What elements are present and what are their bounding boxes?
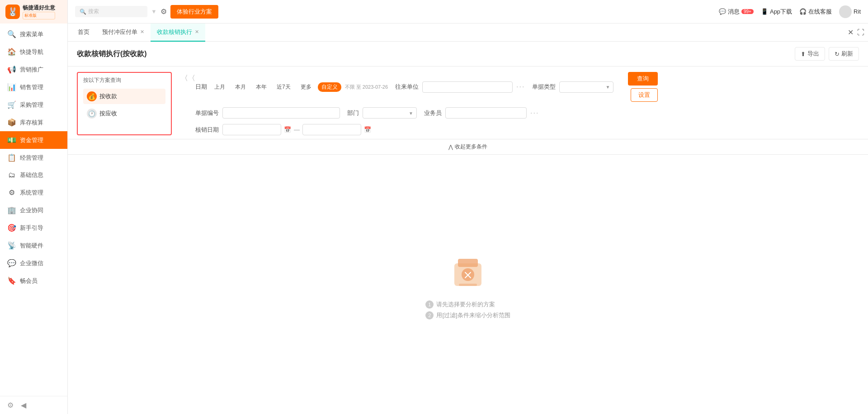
empty-tip-1: 1 请先选择要分析的方案: [425, 300, 510, 309]
tip-num-1: 1: [425, 300, 434, 309]
sidebar-item-operation[interactable]: 📋 经营管理: [0, 149, 67, 167]
header-right: 💬 消息 99+ 📱 App下载 🎧 在线客服 Rit: [719, 5, 861, 18]
doctype-select-wrap: [559, 81, 613, 93]
tip-num-2: 2: [425, 311, 434, 319]
page-title: 收款核销执行(按收款): [77, 49, 147, 59]
receipt-option-icon: 💰: [87, 91, 97, 101]
close-tab-prepay-icon[interactable]: ✕: [140, 29, 144, 35]
sidebar-item-system[interactable]: ⚙ 系统管理: [0, 184, 67, 201]
logo-text: 畅捷通好生意 标准版: [23, 4, 55, 19]
header-divider-chevron: ▼: [151, 8, 157, 15]
money-icon: 💵: [7, 136, 16, 144]
sidebar-item-enterprise[interactable]: 🏢 企业协同: [0, 201, 67, 219]
doctype-select[interactable]: [559, 81, 613, 93]
message-item[interactable]: 💬 消息 99+: [719, 8, 754, 16]
date-last-month-btn[interactable]: 上月: [211, 82, 229, 92]
empty-tips: 1 请先选择要分析的方案 2 用[过滤]条件来缩小分析范围: [425, 300, 510, 319]
calendar-end-icon[interactable]: 📅: [364, 126, 371, 133]
sidebar-bottom: ⚙ ◀: [0, 396, 67, 414]
filter-actions: 查询 设置: [621, 72, 658, 102]
partner-more-icon[interactable]: ···: [516, 83, 525, 91]
header-search-bar[interactable]: 🔍 搜索: [75, 6, 147, 17]
receivable-option-icon: 🕐: [87, 109, 97, 119]
sidebar-nav: 🔍 搜索菜单 🏠 快捷导航 📢 营销推广 📊 销售管理 🛒 采购管理 📦 库存核…: [0, 24, 67, 396]
settings-icon[interactable]: ⚙: [160, 7, 167, 16]
customer-service-item[interactable]: 🎧 在线客服: [799, 8, 832, 16]
staff-input[interactable]: [445, 107, 527, 119]
close-window-icon[interactable]: ✕: [848, 28, 854, 37]
tab-receipt[interactable]: 收款核销执行 ✕: [151, 24, 205, 42]
settings-bottom-icon[interactable]: ⚙: [7, 401, 14, 409]
dept-select[interactable]: [363, 107, 417, 119]
cart-icon: 🛒: [7, 100, 16, 109]
sidebar-item-marketing[interactable]: 📢 营销推广: [0, 61, 67, 78]
filter-row-3: 核销日期 2023-03-01 📅 — 2023-07-21 📅: [195, 124, 859, 135]
filter-doctype-field: 单据类型: [532, 81, 613, 93]
plan-button[interactable]: 体验行业方案: [170, 5, 218, 19]
collapse-more-conditions[interactable]: ⋀ 收起更多条件: [68, 139, 868, 155]
staff-more-icon[interactable]: ···: [530, 109, 539, 117]
home-icon: 🏠: [7, 48, 16, 56]
date-7days-btn[interactable]: 近7天: [273, 82, 294, 92]
sidebar-item-wechat[interactable]: 💬 企业微信: [0, 254, 67, 272]
filter-option-by-receipt[interactable]: 💰 按收款: [83, 89, 165, 104]
sidebar-item-hardware[interactable]: 📡 智能硬件: [0, 237, 67, 254]
maximize-icon[interactable]: ⛶: [857, 29, 864, 37]
export-button[interactable]: ⬆ 导出: [795, 47, 825, 61]
sidebar-item-basic[interactable]: 🗂 基础信息: [0, 167, 67, 184]
filter-staff-field: 业务员 ···: [424, 107, 539, 119]
date-more-btn[interactable]: 更多: [297, 82, 315, 92]
export-icon: ⬆: [801, 51, 806, 57]
query-button[interactable]: 查询: [628, 72, 658, 86]
settings-button[interactable]: 设置: [631, 88, 658, 102]
sidebar-item-finance[interactable]: 💵 资金管理: [0, 131, 67, 149]
sidebar-item-member[interactable]: 🔖 畅会员: [0, 272, 67, 290]
chat-icon: 💬: [7, 259, 16, 267]
collapse-filter-icon[interactable]: 〈〈: [181, 72, 195, 83]
date-custom-badge[interactable]: 自定义: [318, 82, 341, 92]
sidebar-logo: 🐰 畅捷通好生意 标准版: [0, 0, 67, 24]
calendar-start-icon[interactable]: 📅: [284, 126, 291, 133]
search-small-icon: 🔍: [80, 9, 86, 15]
member-icon: 🔖: [7, 276, 16, 285]
collapse-sidebar-icon[interactable]: ◀: [21, 401, 26, 409]
gear-icon: ⚙: [7, 188, 16, 197]
empty-illustration: [445, 250, 491, 295]
date-this-year-btn[interactable]: 本年: [252, 82, 270, 92]
collapse-arrow-icon: ⋀: [448, 144, 453, 150]
tab-bar-actions: ✕ ⛶: [848, 28, 864, 37]
sidebar-item-guide[interactable]: 🎯 新手引导: [0, 219, 67, 237]
mobile-icon: 📱: [761, 8, 768, 15]
close-tab-receipt-icon[interactable]: ✕: [195, 29, 199, 35]
filter-docno-field: 单据编号: [195, 107, 340, 119]
target-icon: 🎯: [7, 224, 16, 232]
user-info[interactable]: Rit: [839, 5, 861, 18]
sidebar-item-quick-nav[interactable]: 🏠 快捷导航: [0, 43, 67, 61]
sidebar-item-inventory[interactable]: 📦 库存核算: [0, 114, 67, 131]
app-download-item[interactable]: 📱 App下载: [761, 8, 792, 16]
refresh-button[interactable]: ↻ 刷新: [829, 47, 859, 61]
partner-input[interactable]: [422, 81, 513, 93]
svg-rect-1: [458, 259, 478, 267]
tab-prepay[interactable]: 预付冲应付单 ✕: [96, 24, 151, 42]
headset-icon: 🎧: [799, 8, 807, 15]
empty-tip-2: 2 用[过滤]条件来缩小分析范围: [425, 311, 510, 319]
writeoff-date-range: 2023-03-01 📅 — 2023-07-21 📅: [222, 124, 371, 135]
tab-home[interactable]: 首页: [71, 24, 96, 42]
sidebar-item-purchase[interactable]: 🛒 采购管理: [0, 96, 67, 114]
filter-partner-field: 往来单位 ···: [395, 81, 525, 93]
clipboard-icon: 📋: [7, 153, 16, 162]
filter-fields: 日期 上月 本月 本年 近7天 更多 自定义 不限 至 2023-07-26: [195, 72, 859, 135]
docno-input[interactable]: [222, 107, 340, 119]
writeoff-date-end-input[interactable]: 2023-07-21: [302, 124, 361, 135]
sidebar-item-sales[interactable]: 📊 销售管理: [0, 78, 67, 96]
filter-dept-field: 部门: [347, 107, 417, 119]
date-this-month-btn[interactable]: 本月: [231, 82, 250, 92]
chart-icon: 📊: [7, 83, 16, 91]
header-actions: ⬆ 导出 ↻ 刷新: [795, 47, 859, 61]
writeoff-date-start-input[interactable]: 2023-03-01: [222, 124, 281, 135]
filter-option-by-receivable[interactable]: 🕐 按应收: [83, 106, 165, 121]
date-group: 上月 本月 本年 近7天 更多 自定义: [211, 82, 341, 92]
sidebar-item-search[interactable]: 🔍 搜索菜单: [0, 25, 67, 43]
filter-row-1: 日期 上月 本月 本年 近7天 更多 自定义 不限 至 2023-07-26: [195, 72, 859, 102]
